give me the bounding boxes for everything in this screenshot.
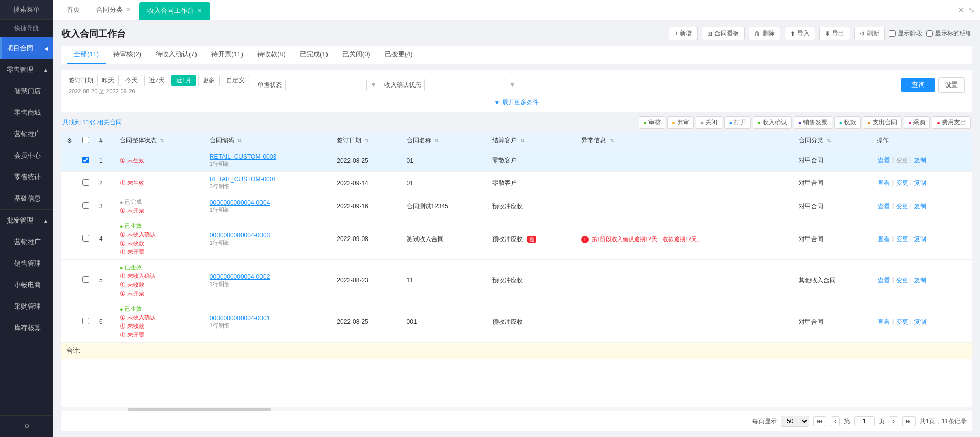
first-page-btn[interactable]: ⏮: [813, 416, 826, 426]
tab-close-contract-category[interactable]: ✕: [126, 6, 131, 13]
sort-icon[interactable]: ⇅: [827, 138, 831, 143]
sidebar-item-retail-mgmt[interactable]: 零售管理 ▲: [0, 59, 53, 80]
tab-contract-category[interactable]: 合同分类 ✕: [88, 0, 139, 20]
row-checkbox[interactable]: [77, 194, 94, 218]
select-all-checkbox[interactable]: [82, 137, 89, 143]
filter-settings-button[interactable]: 设置: [938, 77, 965, 93]
col-checkbox[interactable]: [77, 132, 94, 149]
sub-tab-pending-confirm[interactable]: 待收入确认(7): [148, 46, 204, 64]
page-input[interactable]: [854, 416, 875, 426]
date-last7[interactable]: 近7天: [144, 75, 169, 86]
sidebar-item-smart-store[interactable]: 智慧门店: [0, 80, 53, 102]
sub-tab-changed[interactable]: 已变更(4): [378, 46, 420, 64]
resize-win-icon[interactable]: ⤡: [968, 5, 975, 15]
sidebar-item-member[interactable]: 会员中心: [0, 145, 53, 166]
copy-btn[interactable]: 复制: [913, 235, 927, 244]
contract-code-link[interactable]: 0000000000004-0003: [210, 232, 270, 239]
contract-board-button[interactable]: ⊞ 合同看板: [702, 27, 745, 40]
date-today[interactable]: 今天: [121, 75, 142, 86]
sub-tab-pending-payment[interactable]: 待收款(8): [250, 46, 293, 64]
col-gear[interactable]: ⚙: [61, 132, 77, 149]
row-checkbox[interactable]: [77, 172, 94, 194]
date-more[interactable]: 更多: [198, 75, 220, 86]
view-btn[interactable]: 查看: [877, 235, 891, 244]
horizontal-scrollbar[interactable]: [61, 407, 972, 411]
date-last1month[interactable]: 近1月: [171, 75, 197, 86]
sales-invoice-action-btn[interactable]: ● 销售发票: [794, 116, 833, 129]
sub-tab-completed[interactable]: 已完成(1): [293, 46, 335, 64]
sidebar-item-marketing2[interactable]: 营销推广: [0, 231, 53, 253]
show-fields-checkbox[interactable]: 显示阶段: [889, 29, 922, 38]
sidebar-item-sales-mgmt[interactable]: 销售管理: [0, 253, 53, 274]
contract-code-link[interactable]: 0000000000004-0001: [210, 315, 270, 322]
close-action-btn[interactable]: ● 关闭: [696, 116, 723, 129]
refresh-button[interactable]: ↺ 刷新: [854, 27, 885, 40]
contract-code-link[interactable]: RETAIL_CUSTOM-0003: [210, 153, 276, 160]
sidebar-item-batch-mgmt[interactable]: 批发管理 ▲: [0, 210, 53, 231]
sort-icon[interactable]: ⇅: [609, 138, 614, 143]
contract-code-link[interactable]: 0000000000004-0004: [210, 199, 270, 206]
open-action-btn[interactable]: ● 打开: [724, 116, 751, 129]
copy-btn[interactable]: 复制: [913, 318, 927, 326]
sidebar-item-purchase[interactable]: 采购管理: [0, 296, 53, 317]
sidebar-settings[interactable]: ⚙: [0, 415, 53, 437]
contract-code-link[interactable]: RETAIL_CUSTOM-0001: [210, 176, 276, 183]
expense-contract-action-btn[interactable]: ● 支出合同: [863, 116, 902, 129]
add-button[interactable]: + 新增: [669, 27, 698, 40]
doc-status-select[interactable]: [285, 79, 367, 91]
change-btn[interactable]: 变更: [895, 235, 909, 244]
expense-out-action-btn[interactable]: ● 费用支出: [932, 116, 971, 129]
sub-tab-pending-review[interactable]: 待审核(2): [106, 46, 148, 64]
income-confirm-select[interactable]: [424, 79, 506, 91]
last-page-btn[interactable]: ⏭: [902, 416, 916, 426]
row-checkbox[interactable]: [77, 149, 94, 172]
export-button[interactable]: ⬇ 导出: [819, 27, 850, 40]
view-btn[interactable]: 查看: [877, 276, 891, 285]
sub-tab-all[interactable]: 全部(11): [67, 46, 106, 64]
next-page-btn[interactable]: ›: [889, 416, 898, 426]
sidebar-search[interactable]: 搜索菜单: [0, 0, 53, 20]
gear-icon[interactable]: ⚙: [67, 137, 72, 144]
row-checkbox[interactable]: [77, 218, 94, 260]
review-action-btn[interactable]: ● 审核: [639, 116, 665, 129]
change-btn[interactable]: 变更: [895, 318, 909, 326]
date-yesterday[interactable]: 昨天: [97, 75, 119, 86]
sidebar-item-retail-stats[interactable]: 零售统计: [0, 166, 53, 188]
abandon-action-btn[interactable]: ● 弃审: [667, 116, 694, 129]
sidebar-item-marketing[interactable]: 营销推广: [0, 123, 53, 145]
copy-btn[interactable]: 复制: [913, 276, 927, 285]
purchase-action-btn[interactable]: ● 采购: [904, 116, 930, 129]
collection-action-btn[interactable]: ● 收款: [834, 116, 861, 129]
change-btn[interactable]: 变更: [895, 202, 909, 211]
tab-home[interactable]: 首页: [58, 0, 88, 20]
view-btn[interactable]: 查看: [877, 156, 891, 165]
copy-btn[interactable]: 复制: [913, 179, 927, 187]
sub-tab-pending-invoice[interactable]: 待开票(11): [204, 46, 250, 64]
expand-more-btn[interactable]: ▼ 展开更多条件: [494, 98, 539, 107]
copy-btn[interactable]: 复制: [913, 156, 927, 165]
view-btn[interactable]: 查看: [877, 179, 891, 187]
sort-icon[interactable]: ⇅: [520, 138, 525, 143]
sidebar-item-xiaochangec[interactable]: 小畅电商: [0, 274, 53, 296]
delete-button[interactable]: 🗑 删除: [749, 27, 780, 40]
date-custom[interactable]: 自定义: [222, 75, 249, 86]
show-details-checkbox[interactable]: 显示标的明细: [926, 29, 972, 38]
sidebar-item-basic-info[interactable]: 基础信息: [0, 188, 53, 209]
row-checkbox[interactable]: [77, 301, 94, 343]
sort-icon[interactable]: ⇅: [365, 138, 369, 143]
sort-icon[interactable]: ⇅: [237, 138, 242, 143]
sort-icon[interactable]: ⇅: [160, 138, 164, 143]
change-btn[interactable]: 变更: [895, 276, 909, 285]
tab-close-income-workbench[interactable]: ✕: [197, 7, 202, 14]
sub-tab-closed[interactable]: 已关闭(0): [335, 46, 378, 64]
copy-btn[interactable]: 复制: [913, 202, 927, 211]
import-button[interactable]: ⬆ 导入: [785, 27, 815, 40]
close-win-icon[interactable]: ✕: [957, 5, 964, 15]
income-confirm-action-btn[interactable]: ● 收入确认: [753, 116, 792, 129]
change-btn[interactable]: 变更: [895, 179, 909, 187]
page-size-select[interactable]: 50 10 20 100: [781, 416, 809, 427]
sidebar-item-retail-mall[interactable]: 零售商城: [0, 102, 53, 123]
contract-code-link[interactable]: 0000000000004-0002: [210, 273, 270, 280]
sidebar-item-project[interactable]: 项目合同 ◀: [0, 37, 53, 59]
sort-icon[interactable]: ⇅: [434, 138, 439, 143]
